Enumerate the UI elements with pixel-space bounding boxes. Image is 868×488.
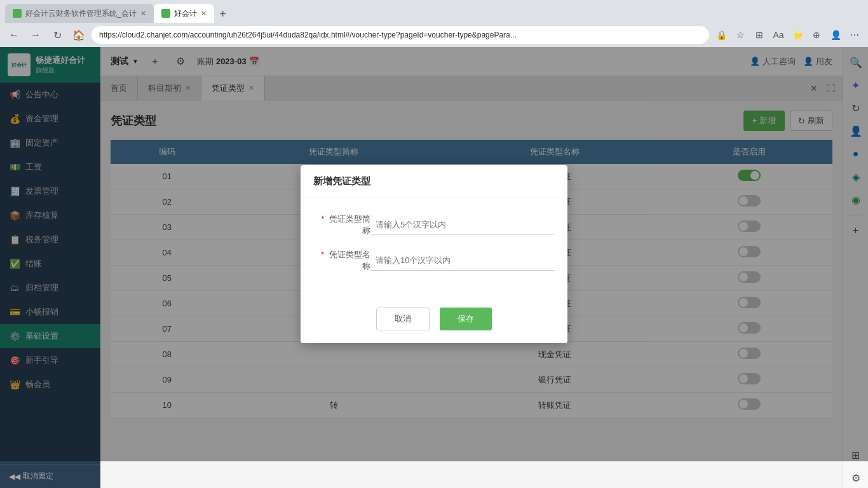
more-button[interactable]: ⋯ [846, 27, 863, 43]
full-name-row: * 凭证类型名称 [313, 249, 555, 272]
add-voucher-modal: 新增凭证类型 * 凭证类型简称 * 凭证类型名称 取消 保存 [301, 165, 567, 343]
forward-button[interactable]: → [27, 26, 44, 44]
new-tab-button[interactable]: + [214, 5, 232, 23]
star-button[interactable]: ☆ [732, 27, 749, 43]
tab-close-1[interactable]: ✕ [140, 10, 146, 18]
full-required-mark: * [321, 250, 324, 259]
modal-body: * 凭证类型简称 * 凭证类型名称 [301, 198, 567, 300]
short-name-row: * 凭证类型简称 [313, 214, 555, 236]
modal-footer: 取消 保存 [301, 300, 567, 343]
short-name-label: * 凭证类型简称 [313, 214, 370, 236]
profile-button[interactable]: 👤 [827, 27, 844, 43]
unpin-icon: ◀◀ [9, 472, 20, 481]
home-button[interactable]: 🏠 [70, 26, 88, 44]
unpin-label: 取消固定 [23, 471, 53, 482]
tab-close-2[interactable]: ✕ [201, 10, 207, 18]
address-bar-input[interactable] [92, 26, 709, 44]
full-name-label: * 凭证类型名称 [313, 249, 370, 272]
browser-tab-1[interactable]: 好会计云财务软件管理系统_会计 ✕ [5, 4, 154, 23]
modal-overlay: 新增凭证类型 * 凭证类型简称 * 凭证类型名称 取消 保存 [0, 47, 868, 461]
right-gear-button[interactable]: ⚙ [846, 468, 866, 488]
tab-favicon-1 [13, 9, 22, 18]
modal-header: 新增凭证类型 [301, 165, 567, 198]
modal-title: 新增凭证类型 [313, 175, 370, 186]
tab-title-1: 好会计云财务软件管理系统_会计 [25, 8, 137, 19]
split-button[interactable]: ⊞ [751, 27, 768, 43]
extensions-button[interactable]: 🔒 [713, 27, 729, 43]
short-name-input[interactable] [370, 215, 555, 235]
tab-favicon-2 [161, 9, 170, 18]
read-button[interactable]: Aa [770, 27, 787, 43]
back-button[interactable]: ← [5, 26, 23, 44]
unpin-button[interactable]: ◀◀ 取消固定 [0, 464, 100, 488]
short-required-mark: * [321, 214, 324, 224]
collections-button[interactable]: ⊕ [808, 27, 825, 43]
full-name-input[interactable] [370, 250, 555, 271]
refresh-button[interactable]: ↻ [48, 26, 66, 44]
cancel-button[interactable]: 取消 [376, 308, 430, 330]
save-button[interactable]: 保存 [440, 308, 492, 330]
favorites-button[interactable]: ⭐ [789, 27, 806, 43]
browser-tab-2[interactable]: 好会计 ✕ [154, 4, 214, 23]
tab-title-2: 好会计 [174, 8, 197, 19]
